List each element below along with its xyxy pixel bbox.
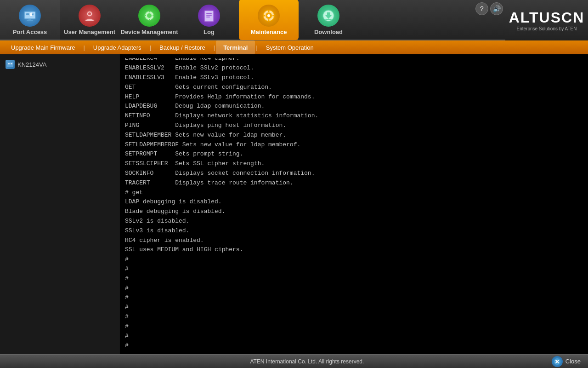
nav-item-user-management[interactable]: User Management	[60, 0, 119, 40]
terminal-line: RC4 cipher is enabled.	[125, 236, 579, 246]
terminal-line: SETLDAPMEMBER Sets new value for ldap me…	[125, 131, 579, 140]
brand-logo: ALTUSCN Enterprise Solutions by ATEN	[505, 0, 588, 40]
nav-label-download: Download	[314, 29, 343, 35]
device-tree-icon	[6, 60, 15, 69]
close-label: Close	[565, 358, 581, 365]
terminal-line: #	[125, 312, 579, 322]
terminal-line: ENABLESSLV3 Enable SSLv3 protocol.	[125, 73, 579, 83]
top-right-icons: ? 🔊	[475, 2, 503, 15]
nav-item-port-access[interactable]: Port Access	[0, 0, 60, 40]
terminal-line: ENABLERC4 Enable RC4 cipher.	[125, 58, 579, 63]
help-icon[interactable]: ?	[475, 2, 488, 15]
copyright-text: ATEN International Co. Ltd. All rights r…	[62, 358, 552, 365]
terminal-line: #	[125, 322, 579, 332]
log-icon	[198, 5, 220, 27]
nav-divider-1: |	[82, 44, 85, 51]
terminal-line: #	[125, 284, 579, 293]
sec-nav-system-operation[interactable]: System Operation	[259, 40, 321, 54]
terminal-line: SSL uses MEDIUM and HIGH ciphers.	[125, 245, 579, 255]
svg-rect-21	[268, 10, 270, 12]
nav-label-log: Log	[204, 29, 215, 35]
svg-rect-12	[144, 15, 146, 16]
brand-name: ALTUSCN	[509, 9, 585, 26]
top-navigation-bar: Port Access User Management	[0, 0, 588, 40]
user-management-icon	[79, 5, 101, 27]
terminal-line: LDAP debugging is disabled.	[125, 197, 579, 207]
svg-rect-30	[11, 63, 12, 64]
nav-item-device-management[interactable]: Device Management	[119, 0, 179, 40]
terminal-line: #	[125, 293, 579, 303]
terminal-line: GET Gets current configuration.	[125, 83, 579, 92]
terminal-line: SETSSLCIPHER Sets SSL cipher strength.	[125, 159, 579, 169]
terminal-line: NETINFO Displays network statistics info…	[125, 111, 579, 121]
svg-point-9	[147, 13, 152, 18]
nav-item-maintenance[interactable]: Maintenance	[239, 0, 299, 40]
maintenance-icon	[258, 5, 280, 27]
svg-rect-3	[28, 19, 31, 20]
sidebar-device-label: KN2124VA	[17, 61, 46, 68]
terminal-line: #	[125, 264, 579, 274]
terminal-line: #	[125, 303, 579, 312]
svg-rect-11	[149, 19, 150, 21]
svg-rect-16	[206, 15, 212, 16]
terminal-line: #	[125, 341, 579, 351]
audio-icon[interactable]: 🔊	[490, 2, 503, 15]
svg-rect-15	[206, 13, 212, 14]
terminal-line: PING Displays ping host information.	[125, 121, 579, 131]
terminal-area[interactable]: For more information on a specific comma…	[119, 54, 588, 354]
sidebar: KN2124VA	[0, 54, 119, 354]
brand-subtitle: Enterprise Solutions by ATEN	[517, 26, 577, 31]
svg-rect-24	[272, 15, 274, 16]
terminal-line: #	[125, 274, 579, 284]
close-button-area[interactable]: Close	[552, 356, 581, 367]
svg-rect-14	[204, 11, 214, 22]
terminal-line: ENABLESSLV2 Enable SSLv2 protocol.	[125, 63, 579, 73]
nav-item-download[interactable]: Download	[299, 0, 358, 40]
terminal-line: # get	[125, 188, 579, 198]
sidebar-item-kn2124va[interactable]: KN2124VA	[2, 58, 117, 71]
nav-label-user-management: User Management	[64, 29, 115, 35]
secondary-navigation: Upgrade Main Firmware | Upgrade Adapters…	[0, 40, 588, 54]
nav-divider-4: |	[255, 44, 258, 51]
download-icon	[317, 5, 339, 27]
port-access-icon	[19, 5, 41, 27]
svg-rect-4	[27, 20, 33, 21]
svg-point-20	[267, 14, 270, 17]
sec-nav-upgrade-adapters[interactable]: Upgrade Adapters	[86, 40, 149, 54]
bottom-status-bar: ATEN International Co. Ltd. All rights r…	[0, 354, 588, 368]
close-icon	[552, 356, 563, 367]
nav-label-port-access: Port Access	[13, 29, 47, 35]
terminal-line: SOCKINFO Displays socket connection info…	[125, 169, 579, 178]
svg-point-7	[88, 12, 91, 15]
terminal-line: SSLv2 is disabled.	[125, 217, 579, 226]
sec-nav-backup-restore[interactable]: Backup / Restore	[152, 40, 213, 54]
terminal-line: SETPROMPT Sets prompt string.	[125, 150, 579, 159]
svg-rect-23	[263, 15, 265, 16]
svg-rect-17	[206, 17, 210, 17]
terminal-line: TRACERT Displays trace route information…	[125, 178, 579, 188]
terminal-content[interactable]: For more information on a specific comma…	[125, 58, 582, 351]
terminal-line: SETLDAPMEMBEROF Sets new value for ldap …	[125, 140, 579, 150]
svg-rect-13	[153, 15, 154, 16]
terminal-line: #	[125, 255, 579, 264]
sec-nav-terminal[interactable]: Terminal	[216, 40, 255, 54]
nav-divider-3: |	[213, 44, 216, 51]
svg-rect-10	[149, 11, 150, 12]
sec-nav-upgrade-firmware[interactable]: Upgrade Main Firmware	[4, 40, 82, 54]
svg-rect-0	[24, 12, 35, 19]
main-content: KN2124VA For more information on a speci…	[0, 54, 588, 354]
nav-item-log[interactable]: Log	[179, 0, 239, 40]
svg-rect-28	[7, 62, 13, 67]
svg-rect-29	[8, 63, 10, 64]
svg-rect-1	[26, 13, 29, 15]
terminal-line: SSLv3 is disabled.	[125, 226, 579, 236]
terminal-line: #	[125, 332, 579, 341]
device-management-icon	[138, 5, 160, 27]
nav-label-device-management: Device Management	[121, 29, 178, 35]
svg-rect-27	[325, 19, 332, 20]
terminal-line: HELP Provides Help information for comma…	[125, 92, 579, 102]
terminal-line: LDAPDEBUG Debug ldap communication.	[125, 102, 579, 111]
terminal-line: Blade debugging is disabled.	[125, 207, 579, 217]
nav-divider-2: |	[149, 44, 152, 51]
svg-rect-22	[268, 19, 270, 21]
